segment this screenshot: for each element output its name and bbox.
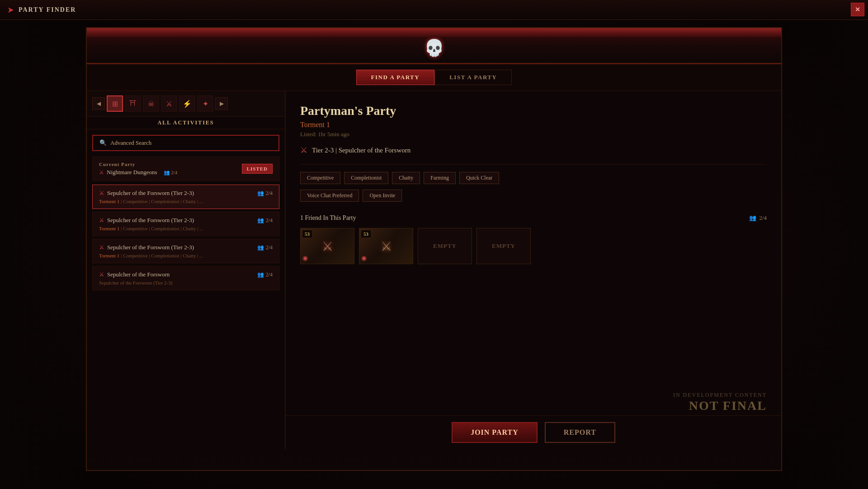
- main-window: 💀 FIND A PARTY LIST A PARTY ◀ ⊞ ⛩ ☠ ⚔ ⚡ …: [86, 27, 782, 471]
- party-members-count: 👥 2/4: [164, 170, 178, 176]
- tab-list-party[interactable]: LIST A PARTY: [434, 70, 512, 85]
- current-party-panel: Current Party ⚔ Nightmare Dungeons 👥 2/4…: [92, 157, 279, 181]
- tab-find-party[interactable]: FIND A PARTY: [356, 70, 435, 85]
- advanced-search-button[interactable]: 🔍 Advanced Search: [92, 135, 279, 151]
- current-party-label: Current Party: [99, 161, 177, 167]
- friends-header: 1 Friend In This Party 👥 2/4: [300, 214, 767, 222]
- nav-arrow-right[interactable]: ▶: [215, 97, 228, 110]
- party-list-item[interactable]: ⚔ Sepulcher of the Forsworn (Tier 2-3) 👥…: [92, 185, 279, 209]
- party-list-item[interactable]: ⚔ Sepulcher of the Forsworn (Tier 2-3) 👥…: [92, 239, 279, 263]
- close-button[interactable]: ✕: [851, 3, 864, 16]
- search-label: Advanced Search: [110, 139, 151, 147]
- nav-icon-combat[interactable]: ☠: [143, 95, 159, 112]
- tag-open-invite: Open Invite: [363, 190, 402, 202]
- tags-row-1: Competitive Completionist Chatty Farming…: [300, 172, 767, 184]
- tag-voice-chat: Voice Chat Preferred: [300, 190, 359, 202]
- party-title: Partyman's Party: [300, 104, 767, 118]
- tag-completionist: Completionist: [344, 172, 388, 184]
- dev-watermark: IN DEVELOPMENT CONTENT NOT FINAL: [673, 392, 767, 413]
- party-list-item[interactable]: ⚔ Sepulcher of the Forsworn (Tier 2-3) 👥…: [92, 212, 279, 236]
- party-item-tags: Sepulcher of the Forsworn (Tier 2-3): [99, 280, 273, 285]
- party-icon: ⚔: [99, 169, 104, 176]
- party-item-members: 👥 2/4: [257, 271, 273, 278]
- dev-watermark-line1: IN DEVELOPMENT CONTENT: [673, 392, 767, 399]
- tag-farming: Farming: [424, 172, 456, 184]
- member-slot-1: ⚔ 53 ◉: [300, 228, 354, 264]
- party-item-members: 👥 2/4: [257, 217, 273, 224]
- party-list-item[interactable]: ⚔ Sepulcher of the Forsworn 👥 2/4 Sepulc…: [92, 266, 279, 290]
- member-slot-3: EMPTY: [418, 228, 472, 264]
- report-button[interactable]: Report: [545, 422, 615, 443]
- party-item-members: 👥 2/4: [257, 244, 273, 251]
- member-level-1: 53: [302, 230, 312, 237]
- skull-icon: 💀: [424, 38, 444, 57]
- character-left: [0, 0, 99, 489]
- member-slot-4: EMPTY: [476, 228, 531, 264]
- nav-icon-dungeon[interactable]: ⛩: [125, 95, 141, 112]
- empty-slot-label-3: EMPTY: [433, 242, 457, 250]
- party-item-tags: Torment 1 | Competitive | Completionist …: [99, 199, 273, 204]
- party-dungeon-text: Tier 2-3 | Sepulcher of the Forsworn: [312, 147, 410, 154]
- party-difficulty: Torment 1: [300, 121, 767, 129]
- top-decoration: 💀: [87, 28, 781, 64]
- character-right: [769, 0, 868, 489]
- activity-nav: ◀ ⊞ ⛩ ☠ ⚔ ⚡ ✦ ▶: [87, 91, 285, 117]
- nav-icon-pvp[interactable]: ⚔: [161, 95, 177, 112]
- bottom-action-bar: Join Party Report: [286, 415, 781, 449]
- member-level-2: 53: [361, 230, 371, 237]
- tag-quick-clear: Quick Clear: [459, 172, 499, 184]
- friends-section: 1 Friend In This Party 👥 2/4 ⚔ 53 ◉: [300, 214, 767, 264]
- party-list: ⚔ Sepulcher of the Forsworn (Tier 2-3) 👥…: [87, 185, 285, 449]
- window-title: PARTY FINDER: [19, 6, 76, 14]
- listed-badge: LISTED: [242, 164, 273, 174]
- current-party-name: ⚔ Nightmare Dungeons 👥 2/4: [99, 169, 177, 176]
- party-item-name: ⚔ Sepulcher of the Forsworn (Tier 2-3): [99, 190, 194, 197]
- member-slots: ⚔ 53 ◉ ⚔ 53 ◉ EMPTY: [300, 228, 767, 264]
- tags-row-2: Voice Chat Preferred Open Invite: [300, 190, 767, 202]
- party-item-icon: ⚔: [99, 190, 104, 197]
- friends-label: 1 Friend In This Party: [300, 214, 356, 222]
- nav-icon-raid[interactable]: ⚡: [179, 95, 195, 112]
- tag-competitive: Competitive: [300, 172, 340, 184]
- tab-bar: FIND A PARTY LIST A PARTY: [87, 64, 781, 91]
- party-item-name: ⚔ Sepulcher of the Forsworn (Tier 2-3): [99, 217, 194, 224]
- party-item-icon: ⚔: [99, 244, 104, 251]
- party-item-icon: ⚔: [99, 217, 104, 224]
- party-dungeon-info: ⚔ Tier 2-3 | Sepulcher of the Forsworn: [300, 145, 767, 155]
- right-panel: Partyman's Party Torment 1 Listed: 1hr 5…: [286, 91, 781, 449]
- party-listed-time: Listed: 1hr 5min ago: [300, 131, 767, 138]
- party-item-icon: ⚔: [99, 271, 104, 278]
- search-icon: 🔍: [99, 139, 107, 147]
- party-item-name: ⚔ Sepulcher of the Forsworn (Tier 2-3): [99, 244, 194, 251]
- nav-icon-all[interactable]: ⊞: [107, 95, 123, 112]
- empty-slot-label-4: EMPTY: [492, 242, 515, 250]
- member-class-icon-1: ◉: [302, 254, 308, 262]
- party-item-name: ⚔ Sepulcher of the Forsworn: [99, 271, 170, 278]
- content-area: ◀ ⊞ ⛩ ☠ ⚔ ⚡ ✦ ▶ ALL ACTIVITIES 🔍 Advance…: [87, 91, 781, 449]
- title-icon: ➤: [7, 5, 14, 15]
- nav-icon-other[interactable]: ✦: [197, 95, 213, 112]
- dungeon-icon: ⚔: [300, 145, 307, 155]
- party-item-tags: Torment 1 | Competitive | Completionist …: [99, 253, 273, 258]
- activity-label: ALL ACTIVITIES: [87, 117, 285, 129]
- party-item-members: 👥 2/4: [257, 190, 273, 197]
- member-class-icon-2: ◉: [361, 254, 367, 262]
- members-count: 👥 2/4: [749, 214, 767, 222]
- member-slot-2: ⚔ 53 ◉: [359, 228, 413, 264]
- left-panel: ◀ ⊞ ⛩ ☠ ⚔ ⚡ ✦ ▶ ALL ACTIVITIES 🔍 Advance…: [87, 91, 286, 449]
- join-party-button[interactable]: Join Party: [452, 422, 538, 443]
- dev-watermark-line2: NOT FINAL: [673, 399, 767, 413]
- divider: [300, 164, 767, 165]
- party-item-tags: Torment 1 | Competitive | Completionist …: [99, 226, 273, 231]
- members-icon: 👥: [749, 214, 756, 222]
- title-bar: ➤ PARTY FINDER ✕: [0, 0, 868, 20]
- nav-arrow-left[interactable]: ◀: [92, 97, 105, 110]
- tag-chatty: Chatty: [392, 172, 420, 184]
